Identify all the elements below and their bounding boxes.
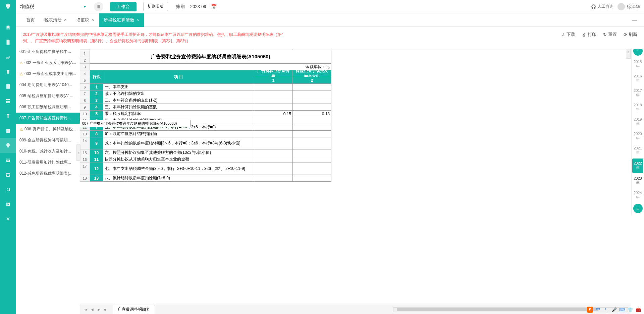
nav-money-icon[interactable] bbox=[0, 64, 16, 79]
sheet-nav-first-icon[interactable]: ⏮ bbox=[83, 307, 89, 313]
reset-button[interactable]: ↻重置 bbox=[603, 32, 617, 38]
nav-tax-icon[interactable] bbox=[0, 109, 16, 123]
cell[interactable]: 减：不允许扣除的支出 bbox=[103, 90, 254, 97]
cell[interactable] bbox=[254, 131, 293, 137]
cell[interactable] bbox=[254, 90, 293, 97]
workspace-button[interactable]: 工作台 bbox=[110, 2, 137, 11]
cell[interactable]: 保险企业手续费及佣金支出 bbox=[293, 70, 331, 77]
cell[interactable]: 9 bbox=[90, 137, 103, 149]
period-value[interactable]: 2023-09 bbox=[190, 4, 206, 9]
cell[interactable] bbox=[293, 84, 331, 90]
cell[interactable]: 乘：税收规定扣除率 bbox=[103, 111, 254, 117]
cell[interactable] bbox=[293, 117, 331, 124]
tab-close-icon[interactable]: ✕ bbox=[91, 18, 94, 22]
cell[interactable]: 加：以前年度累计结转扣除额 bbox=[103, 131, 254, 137]
cell[interactable]: 10 bbox=[90, 149, 103, 156]
cell[interactable]: 广告费和业务宣传费跨年度纳税调整明细表(A105060) bbox=[90, 50, 331, 64]
form-item-7[interactable]: ⚠008-资产折旧、摊销及纳税... bbox=[16, 124, 80, 135]
row-header[interactable]: 9 bbox=[80, 104, 90, 111]
cell[interactable]: 三、本年计算扣除限额的基数 bbox=[103, 104, 254, 111]
form-item-9[interactable]: 010-免税、减计收入及加计... bbox=[16, 146, 80, 157]
nav-archive-icon[interactable] bbox=[0, 153, 16, 168]
year-2024年[interactable]: 2024年 bbox=[632, 188, 644, 202]
title-dropdown-icon[interactable]: ▾ bbox=[84, 4, 86, 9]
row-header[interactable]: 13 bbox=[80, 131, 90, 137]
cell[interactable] bbox=[293, 90, 331, 97]
cell[interactable]: 减：本年扣除的以前年度结转额[3＞6，本行=0；3≤6，本行=8与(6-3)孰小… bbox=[103, 137, 254, 149]
cell[interactable]: 一、本年支出 bbox=[103, 84, 254, 90]
row-header[interactable]: 17 bbox=[80, 163, 90, 175]
tab-2[interactable]: 增值税✕ bbox=[71, 13, 99, 27]
year-2022年[interactable]: 2022年 bbox=[632, 159, 643, 173]
row-header[interactable]: 15 bbox=[80, 149, 90, 156]
consult-button[interactable]: 🎧 人工咨询 bbox=[591, 4, 613, 9]
cell[interactable]: 12 bbox=[90, 163, 103, 175]
cell[interactable] bbox=[254, 84, 293, 90]
collapse-handle[interactable]: ‹ bbox=[76, 144, 80, 161]
cell[interactable] bbox=[293, 124, 331, 131]
year-scroll-down-icon[interactable]: ⌄ bbox=[633, 204, 643, 213]
nav-home-icon[interactable] bbox=[0, 20, 16, 35]
nav-report-icon[interactable] bbox=[0, 94, 16, 109]
cell[interactable] bbox=[254, 149, 293, 156]
cell[interactable]: 4 bbox=[90, 104, 103, 111]
row-header[interactable]: 14 bbox=[80, 137, 90, 149]
tab-0[interactable]: 首页 bbox=[21, 13, 40, 27]
cell[interactable] bbox=[293, 131, 331, 137]
cell[interactable] bbox=[293, 97, 331, 104]
row-header[interactable]: 3 bbox=[80, 64, 90, 70]
year-2021年[interactable]: 2021年 bbox=[632, 143, 644, 158]
sheet-tab[interactable]: 广宣费调整明细表 bbox=[113, 305, 155, 314]
cell[interactable]: 行次 bbox=[90, 70, 103, 84]
cell[interactable]: 六、按照分摊协议归集至其他关联方的金额(10≤3与6孰小值) bbox=[103, 149, 254, 156]
print-button[interactable]: 🖨打印 bbox=[582, 32, 596, 38]
year-2019年[interactable]: 2019年 bbox=[632, 115, 644, 129]
cell[interactable]: 二、本年符合条件的支出(1-2) bbox=[103, 97, 254, 104]
cell[interactable]: 0.15 bbox=[254, 111, 293, 117]
cell[interactable] bbox=[293, 137, 331, 149]
ime-keyboard-icon[interactable]: ⌨ bbox=[619, 307, 625, 313]
cell[interactable]: 8 bbox=[90, 131, 103, 137]
cell[interactable] bbox=[254, 156, 293, 163]
formula-bar[interactable]: 007-广告费和业务宣传费跨年度纳税调整明细表(A105060) bbox=[80, 120, 191, 127]
year-2018年[interactable]: 2018年 bbox=[632, 100, 644, 115]
tab-3[interactable]: 所得税汇算清缴✕ bbox=[99, 13, 144, 27]
cell[interactable]: 项 目 bbox=[103, 70, 254, 84]
form-item-2[interactable]: ⚠003-一般企业成本支出明细... bbox=[16, 68, 80, 79]
cell[interactable]: 0.18 bbox=[293, 111, 331, 117]
row-header[interactable]: 7 bbox=[80, 90, 90, 97]
cell[interactable] bbox=[254, 175, 293, 182]
cell[interactable] bbox=[254, 104, 293, 111]
tab-close-icon[interactable]: ✕ bbox=[136, 18, 139, 22]
ime-punct-icon[interactable]: °, bbox=[603, 307, 609, 313]
nav-doc-icon[interactable] bbox=[0, 35, 16, 50]
sheet-nav-next-icon[interactable]: ▶ bbox=[96, 307, 102, 313]
calendar-icon[interactable]: 📅 bbox=[211, 4, 217, 9]
ime-toolbox-icon[interactable]: 🧰 bbox=[635, 307, 641, 313]
cell[interactable]: 1 bbox=[254, 77, 293, 84]
form-item-11[interactable]: 012-减免所得税优惠明细表(... bbox=[16, 168, 80, 179]
nav-video-icon[interactable] bbox=[0, 197, 16, 212]
nav-active-icon[interactable] bbox=[0, 138, 16, 153]
sheet-nav-last-icon[interactable]: ⏭ bbox=[103, 307, 109, 313]
cell[interactable]: 5 bbox=[90, 111, 103, 117]
cell[interactable] bbox=[293, 163, 331, 175]
user-menu[interactable]: 徐泽华 bbox=[618, 3, 640, 10]
year-2017年[interactable]: 2017年 bbox=[632, 86, 644, 100]
year-2016年[interactable]: 2016年 bbox=[632, 71, 644, 86]
cell[interactable]: 金额单位：元 bbox=[90, 64, 331, 70]
cell[interactable] bbox=[254, 163, 293, 175]
cell[interactable]: 2 bbox=[90, 90, 103, 97]
minimize-tabs-icon[interactable]: — bbox=[631, 16, 639, 24]
row-header[interactable]: 10 bbox=[80, 111, 90, 117]
cell[interactable]: 3 bbox=[90, 97, 103, 104]
cell[interactable]: 八、累计结转以后年度扣除额(7+8-9) bbox=[103, 175, 254, 182]
cell[interactable]: 按照分摊协议从其他关联方归集至本企业的金额 bbox=[103, 156, 254, 163]
ime-mic-icon[interactable]: 🎤 bbox=[611, 307, 617, 313]
cell[interactable]: 13 bbox=[90, 175, 103, 182]
nav-v-icon[interactable] bbox=[0, 212, 16, 227]
scroll-thumb[interactable] bbox=[397, 308, 598, 311]
form-item-8[interactable]: 009-企业所得税弥补亏损明... bbox=[16, 135, 80, 146]
tab-close-icon[interactable]: ✕ bbox=[64, 18, 67, 22]
cell[interactable] bbox=[254, 117, 293, 124]
